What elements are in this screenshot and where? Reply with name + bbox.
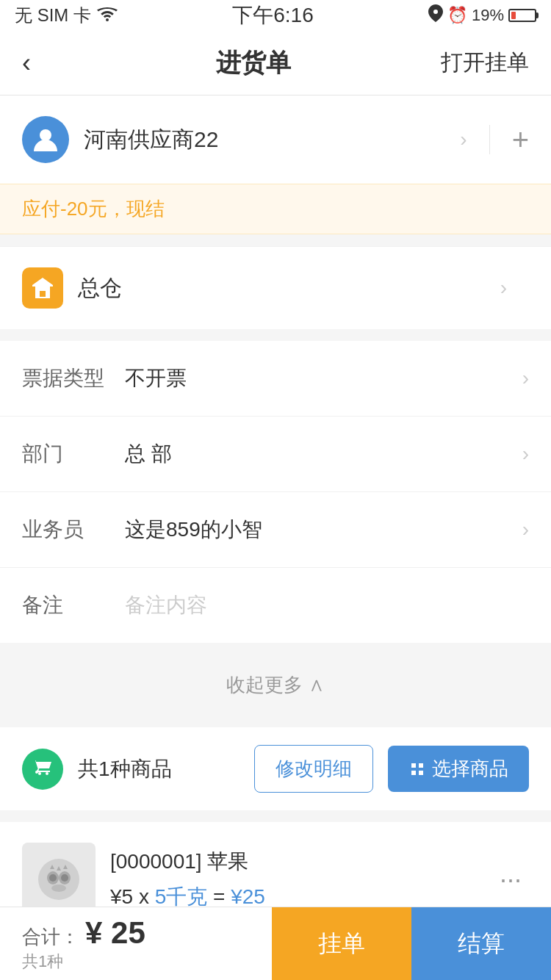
supplier-avatar xyxy=(22,116,69,163)
invoice-label: 票据类型 xyxy=(22,364,125,392)
product-thumbnail xyxy=(22,843,96,916)
notice-bar: 应付-20元，现结 xyxy=(0,184,551,234)
form-section: 票据类型 不开票 › 部门 总 部 › 业务员 这是859的小智 › 备注 备注… xyxy=(0,341,551,643)
product-name: [0000001] 苹果 xyxy=(110,848,478,876)
products-icon xyxy=(22,749,63,790)
svg-point-0 xyxy=(40,129,51,141)
svg-point-1 xyxy=(38,859,79,900)
svg-point-6 xyxy=(51,884,66,892)
collapse-row[interactable]: 收起更多 ∧ xyxy=(0,655,551,716)
warehouse-name: 总仓 xyxy=(78,273,500,303)
remarks-row[interactable]: 备注 备注内容 xyxy=(0,568,551,643)
product-info: [0000001] 苹果 ¥5 x 5千克 = ¥25 xyxy=(110,848,478,911)
sales-chevron-icon: › xyxy=(522,518,529,541)
footer-total: 合计： ¥ 25 共1种 xyxy=(0,907,272,980)
person-icon xyxy=(32,126,59,153)
product-title-name: 苹果 xyxy=(207,850,248,873)
status-left: 无 SIM 卡 xyxy=(15,4,118,27)
sales-row[interactable]: 业务员 这是859的小智 › xyxy=(0,492,551,568)
carrier-label: 无 SIM 卡 xyxy=(15,4,91,27)
wifi-icon xyxy=(97,5,118,26)
sales-label: 业务员 xyxy=(22,516,125,544)
supplier-divider xyxy=(489,125,490,154)
checkout-button[interactable]: 结算 xyxy=(411,907,551,980)
status-right: ⏰ 19% xyxy=(428,4,536,26)
warehouse-icon xyxy=(22,267,63,309)
invoice-chevron-icon: › xyxy=(522,367,529,390)
price-separator: x xyxy=(139,885,155,908)
price-quantity: 5千克 xyxy=(155,885,208,908)
dept-chevron-icon: › xyxy=(522,442,529,466)
collapse-label: 收起更多 ∧ xyxy=(226,672,324,698)
dept-label: 部门 xyxy=(22,440,125,468)
status-bar: 无 SIM 卡 下午6:16 ⏰ 19% xyxy=(0,0,551,31)
select-product-icon xyxy=(408,760,426,778)
product-owl-icon xyxy=(37,857,81,901)
warehouse-row[interactable]: 总仓 › xyxy=(0,246,551,329)
supplier-chevron-icon: › xyxy=(460,128,467,151)
products-header: 共1种商品 修改明细 选择商品 xyxy=(0,727,551,810)
warehouse-building-icon xyxy=(31,276,54,300)
remarks-input[interactable]: 备注内容 xyxy=(125,591,529,619)
products-count-label: 共1种商品 xyxy=(78,755,240,783)
total-count: 共1种 xyxy=(22,951,250,973)
total-amount: ¥ 25 xyxy=(85,915,145,951)
svg-point-5 xyxy=(61,874,68,882)
battery-label: 19% xyxy=(472,6,504,25)
battery-icon xyxy=(508,9,536,22)
supplier-row[interactable]: 河南供应商22 › + xyxy=(0,96,551,184)
product-more-button[interactable]: ··· xyxy=(492,857,529,902)
invoice-value: 不开票 xyxy=(125,364,522,392)
hang-button[interactable]: 挂单 xyxy=(272,907,411,980)
back-button[interactable]: ‹ xyxy=(22,48,66,79)
invoice-row[interactable]: 票据类型 不开票 › xyxy=(0,341,551,417)
nav-bar: ‹ 进货单 打开挂单 xyxy=(0,31,551,96)
sales-value: 这是859的小智 xyxy=(125,516,522,544)
footer: 合计： ¥ 25 共1种 挂单 结算 xyxy=(0,907,551,980)
add-button[interactable]: + xyxy=(512,123,529,156)
dept-value: 总 部 xyxy=(125,440,522,468)
page-title: 进货单 xyxy=(216,46,291,80)
remarks-label: 备注 xyxy=(22,591,125,619)
price-equals: = xyxy=(213,885,231,908)
location-icon xyxy=(428,4,443,26)
price-total: ¥25 xyxy=(231,885,265,908)
product-code: [0000001] xyxy=(110,850,202,873)
warehouse-section: 总仓 › xyxy=(0,246,551,329)
select-product-label: 选择商品 xyxy=(432,756,508,782)
total-label: 合计： xyxy=(22,924,79,950)
warehouse-chevron-icon: › xyxy=(500,276,507,300)
supplier-section: 河南供应商22 › + 应付-20元，现结 xyxy=(0,96,551,234)
products-section: 共1种商品 修改明细 选择商品 xyxy=(0,727,551,810)
edit-detail-button[interactable]: 修改明细 xyxy=(254,745,373,793)
time-label: 下午6:16 xyxy=(232,1,314,29)
dept-row[interactable]: 部门 总 部 › xyxy=(0,417,551,492)
open-hang-button[interactable]: 打开挂单 xyxy=(441,48,529,78)
price-unit: ¥5 xyxy=(110,885,133,908)
cart-icon xyxy=(32,758,54,780)
alarm-icon: ⏰ xyxy=(447,6,467,25)
select-product-button[interactable]: 选择商品 xyxy=(388,746,529,792)
svg-point-4 xyxy=(49,874,57,882)
supplier-name: 河南供应商22 xyxy=(84,125,460,155)
